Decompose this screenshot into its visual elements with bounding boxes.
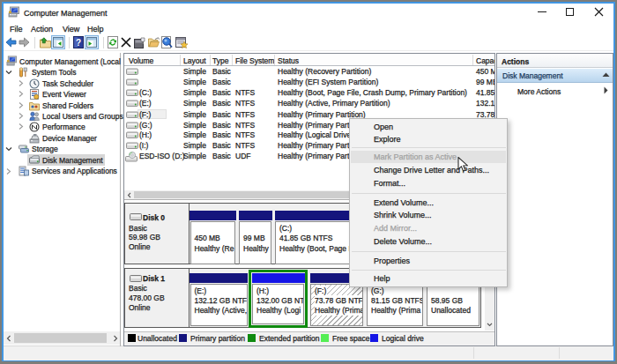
svg-text:?: ? (76, 38, 81, 48)
